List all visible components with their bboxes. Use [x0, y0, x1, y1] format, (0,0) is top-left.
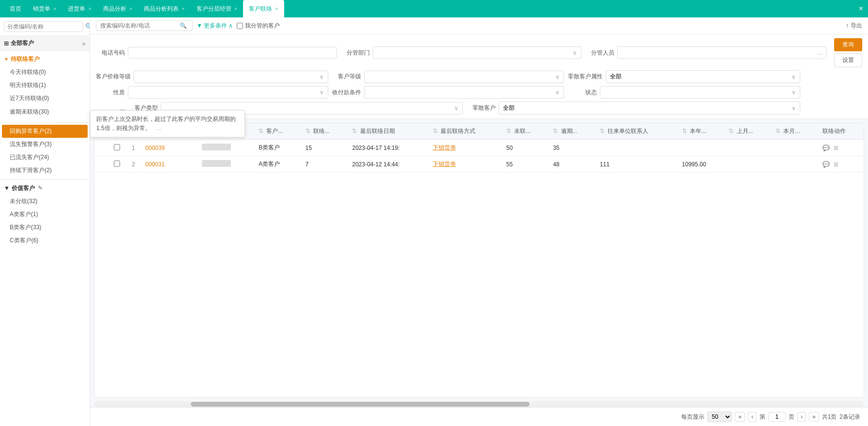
td-settings-2 — [94, 156, 110, 173]
horizontal-scrollbar[interactable] — [94, 401, 864, 407]
sidebar-item-today[interactable]: 今天待联络(0) — [0, 66, 90, 79]
scrollbar-thumb[interactable] — [191, 402, 530, 407]
status-select[interactable]: ∨ — [600, 86, 800, 99]
action-more-icon[interactable]: ⊞ — [834, 145, 838, 151]
query-button[interactable]: 查询 — [834, 38, 862, 51]
last-method-sort-icon[interactable]: ⇅ — [433, 128, 438, 134]
retail-customer-select[interactable]: 全部 ∨ — [499, 102, 801, 115]
prev-page-button[interactable]: ‹ — [748, 412, 757, 422]
sidebar-item-ungroup[interactable]: 未分组(32) — [0, 195, 90, 208]
td-num-2: 2 — [125, 156, 141, 173]
td-action-2: 💬 ⊞ — [819, 156, 864, 173]
th-last-month[interactable]: ⇅ 上月... — [725, 123, 772, 140]
this-year-sort-icon[interactable]: ⇅ — [682, 128, 687, 134]
sidebar-item-class-c[interactable]: C类客户(6) — [0, 234, 90, 247]
pending-group-title[interactable]: ▼ 待联络客户 — [0, 53, 90, 66]
td-checkbox-1[interactable] — [110, 140, 125, 156]
row2-checkbox[interactable] — [114, 161, 120, 167]
export-button[interactable]: ↑ 导出 — [846, 22, 862, 30]
td-code-2[interactable]: 000031 — [141, 156, 198, 173]
retail-attr-chevron: ∨ — [792, 73, 796, 80]
close-sales-tab[interactable]: × — [53, 6, 56, 12]
td-last-method-1[interactable]: 下销货单 — [429, 140, 503, 156]
sidebar-item-declining[interactable]: 持续下滑客户(2) — [0, 164, 90, 177]
search-input[interactable] — [100, 22, 178, 29]
settings-button[interactable]: 设置 — [834, 53, 862, 67]
more-filters-button[interactable]: ▼ 更多条件 ∧ — [197, 22, 233, 30]
search-icon[interactable]: 🔍 — [180, 22, 187, 29]
tab-customer-contact[interactable]: 客户联络 × — [243, 0, 284, 17]
close-all-tabs-button[interactable]: × — [859, 4, 863, 13]
th-unreplied[interactable]: ⇅ 未联... — [503, 123, 549, 140]
sidebar-item-class-b[interactable]: B类客户(33) — [0, 221, 90, 234]
td-checkbox-2[interactable] — [110, 156, 125, 173]
last-page-button[interactable]: » — [809, 412, 819, 422]
td-code-1[interactable]: 000039 — [141, 140, 198, 156]
unit-contact-sort-icon[interactable]: ⇅ — [600, 128, 605, 134]
contact-sort-icon[interactable]: ⇅ — [305, 128, 310, 134]
price-level-select[interactable]: ∨ — [134, 71, 328, 83]
my-customers-checkbox[interactable] — [237, 23, 243, 29]
th-this-year[interactable]: ⇅ 本年... — [678, 123, 725, 140]
th-overdue[interactable]: ⇅ 逾期... — [549, 123, 596, 140]
sidebar-collapse-button[interactable]: » — [82, 40, 86, 47]
overdue-sort-icon[interactable]: ⇅ — [553, 128, 558, 134]
close-customer-contact-tab[interactable]: × — [275, 6, 278, 12]
row1-checkbox[interactable] — [114, 144, 120, 150]
th-contact[interactable]: ⇅ 联络... — [302, 123, 349, 140]
tab-home[interactable]: 首页 — [4, 0, 27, 17]
action-chat-icon-2[interactable]: 💬 — [822, 161, 830, 168]
th-this-month[interactable]: ⇅ 本月... — [772, 123, 819, 140]
close-analysis-tab[interactable]: × — [129, 6, 132, 12]
last-date-sort-icon[interactable]: ⇅ — [352, 128, 357, 134]
last-month-sort-icon[interactable]: ⇅ — [729, 128, 733, 134]
customer-level-select[interactable]: ∨ — [364, 71, 564, 83]
action-chat-icon[interactable]: 💬 — [822, 145, 830, 151]
per-page-select[interactable]: 50 20 100 — [707, 411, 732, 422]
close-purchase-tab[interactable]: × — [88, 6, 91, 12]
this-month-sort-icon[interactable]: ⇅ — [776, 128, 780, 134]
action-more-icon-2[interactable]: ⊞ — [834, 161, 838, 168]
my-customers-filter[interactable]: 我分管的客户 — [237, 22, 280, 30]
sidebar-item-churn-warning[interactable]: 流失预警客户(3) — [0, 138, 90, 151]
dept-select[interactable]: ∨ — [373, 46, 582, 59]
th-last-method[interactable]: ⇅ 最后联络方式 — [429, 123, 503, 140]
sidebar-item-repurchase-anomaly[interactable]: 回购异常客户(2) — [2, 125, 88, 138]
close-customer-tier-tab[interactable]: × — [234, 6, 237, 12]
first-page-button[interactable]: « — [735, 412, 745, 422]
unreplied-sort-icon[interactable]: ⇅ — [506, 128, 511, 134]
tab-purchase[interactable]: 进货单 × — [62, 0, 97, 17]
sidebar-item-class-a[interactable]: A类客户(1) — [0, 208, 90, 221]
next-page-button[interactable]: › — [797, 412, 806, 422]
pay-terms-select[interactable]: ∨ — [364, 86, 564, 99]
td-settings-1 — [94, 140, 110, 156]
td-unit-contact-2: 111 — [596, 156, 678, 173]
sidebar-item-7days[interactable]: 近7天待联络(0) — [0, 92, 90, 105]
tab-analysis-list[interactable]: 商品分析列表 × — [138, 0, 190, 17]
sidebar-search-icon[interactable]: 🔍 — [85, 23, 90, 30]
manager-select[interactable]: ... — [617, 46, 826, 59]
th-unit-contact[interactable]: ⇅ 往来单位联系人 — [596, 123, 678, 140]
th-type[interactable]: ⇅ 客户... — [255, 123, 302, 140]
tab-sales[interactable]: 销货单 × — [27, 0, 62, 17]
phone-input[interactable] — [128, 47, 337, 59]
edit-customers-icon[interactable]: ✎ — [38, 185, 43, 191]
sidebar-item-overdue[interactable]: 逾期未联络(30) — [0, 105, 90, 118]
th-last-date[interactable]: ⇅ 最后联络日期 — [348, 123, 428, 140]
main-layout: 🔍 ⊞ 全部客户 » ▼ 待联络客户 今天待联络(0) 明天待联络(1) 近7天… — [0, 17, 868, 426]
close-analysis-list-tab[interactable]: × — [182, 6, 184, 12]
type-sort-icon[interactable]: ⇅ — [259, 128, 263, 134]
td-last-method-2[interactable]: 下销货单 — [429, 156, 503, 173]
sidebar-search-input[interactable] — [4, 21, 83, 32]
tab-analysis[interactable]: 商品分析 × — [97, 0, 138, 17]
sidebar-item-churned[interactable]: 已流失客户(24) — [0, 151, 90, 164]
tab-customer-tier[interactable]: 客户分层经营 × — [191, 0, 243, 17]
td-this-month-2 — [772, 156, 819, 173]
all-customers-label[interactable]: ⊞ 全部客户 — [4, 39, 82, 47]
sidebar-item-tomorrow[interactable]: 明天待联络(1) — [0, 79, 90, 92]
page-number-input[interactable] — [768, 412, 786, 422]
content-area: 🔍 ▼ 更多条件 ∧ 我分管的客户 ↑ 导出 电话号码 — [90, 17, 868, 426]
retail-attr-select[interactable]: 全部 ∨ — [606, 70, 800, 83]
gender-select[interactable]: ∨ — [128, 86, 328, 99]
value-customers-group[interactable]: ▼ 价值客户 ✎ — [0, 182, 90, 195]
